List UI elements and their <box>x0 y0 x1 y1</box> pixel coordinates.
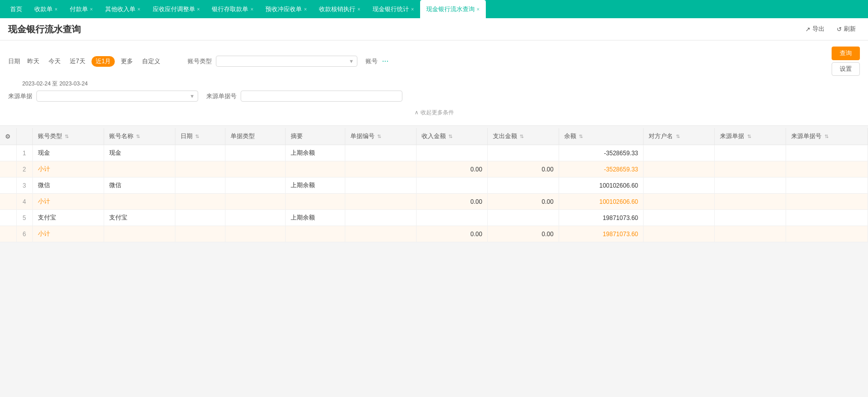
col-doc-type: 单据类型 <box>225 128 285 145</box>
col-settings[interactable]: ⚙ <box>0 128 16 145</box>
cell-date <box>175 194 225 210</box>
cell-summary <box>285 226 345 242</box>
nav-tab-1[interactable]: 付款单× <box>64 0 99 18</box>
nav-tab-4[interactable]: 银行存取款单× <box>206 0 259 18</box>
nav-tab-2[interactable]: 其他收入单× <box>99 0 147 18</box>
cell-date <box>175 145 225 161</box>
close-icon[interactable]: × <box>55 7 58 12</box>
close-icon[interactable]: × <box>138 7 141 12</box>
cell-source-doc-num <box>786 194 868 210</box>
date-custom[interactable]: 自定义 <box>139 56 163 67</box>
close-icon[interactable]: × <box>90 7 93 12</box>
cell-expense: 0.00 <box>487 161 559 178</box>
table-row: 6小计0.000.0019871073.60 <box>0 226 868 242</box>
cell-account-type: 微信 <box>32 178 104 194</box>
close-icon[interactable]: × <box>477 7 480 12</box>
col-expense[interactable]: 支出金额 ⇅ <box>487 128 559 145</box>
table-row: 4小计0.000.00100102606.60 <box>0 194 868 210</box>
source-doc-num-input[interactable] <box>241 91 402 102</box>
col-account-name[interactable]: 账号名称 ⇅ <box>104 128 175 145</box>
col-source-doc[interactable]: 来源单据 ⇅ <box>715 128 786 145</box>
date-near7[interactable]: 近7天 <box>67 56 88 67</box>
col-doc-num[interactable]: 单据编号 ⇅ <box>345 128 416 145</box>
collapse-bar[interactable]: ∧ 收起更多条件 <box>8 106 860 119</box>
cell-balance: -3528659.33 <box>559 161 643 178</box>
header-actions: ↗ 导出 ↺ 刷新 <box>801 23 860 35</box>
cell-source-doc <box>715 210 786 226</box>
date-more[interactable]: 更多 <box>118 56 136 67</box>
settings-button[interactable]: 设置 <box>832 62 860 76</box>
cell-balance: 100102606.60 <box>559 178 643 194</box>
cell-counterpart <box>644 145 715 161</box>
gear-icon[interactable] <box>0 161 16 178</box>
nav-tab-0[interactable]: 收款单× <box>28 0 64 18</box>
nav-tab-6[interactable]: 收款核销执行× <box>313 0 367 18</box>
close-icon[interactable]: × <box>250 7 253 12</box>
close-icon[interactable]: × <box>197 7 200 12</box>
col-counterpart[interactable]: 对方户名 ⇅ <box>644 128 715 145</box>
cell-expense <box>487 178 559 194</box>
cell-expense <box>487 210 559 226</box>
nav-tab-8[interactable]: 现金银行流水查询× <box>420 0 486 18</box>
gear-icon[interactable] <box>0 210 16 226</box>
row-num: 1 <box>16 145 32 161</box>
cell-income: 0.00 <box>416 226 487 242</box>
cell-source-doc <box>715 145 786 161</box>
cell-balance: 100102606.60 <box>559 194 643 210</box>
gear-icon[interactable] <box>0 226 16 242</box>
chevron-down-icon: ▾ <box>350 58 353 65</box>
cell-balance: 19871073.60 <box>559 226 643 242</box>
cell-income <box>416 178 487 194</box>
query-button[interactable]: 查询 <box>832 47 860 60</box>
nav-tab-5[interactable]: 预收冲应收单× <box>259 0 313 18</box>
cell-summary: 上期余额 <box>285 178 345 194</box>
cell-doc-type <box>225 194 285 210</box>
close-icon[interactable]: × <box>357 7 360 12</box>
gear-icon[interactable] <box>0 145 16 161</box>
cell-source-doc <box>715 226 786 242</box>
cell-source-doc-num <box>786 226 868 242</box>
gear-icon[interactable] <box>0 178 16 194</box>
cell-counterpart <box>644 226 715 242</box>
export-icon: ↗ <box>805 26 810 33</box>
cell-date <box>175 210 225 226</box>
col-balance[interactable]: 余额 ⇅ <box>559 128 643 145</box>
cell-source-doc <box>715 194 786 210</box>
date-range-display: 2023-02-24 至 2023-03-24 <box>22 80 88 86</box>
date-today[interactable]: 今天 <box>45 56 64 67</box>
col-account-type[interactable]: 账号类型 ⇅ <box>32 128 104 145</box>
table-header-row: ⚙ 账号类型 ⇅ 账号名称 ⇅ 日期 ⇅ 单据类型 摘要 单据编号 ⇅ 收入金额… <box>0 128 868 145</box>
close-icon[interactable]: × <box>411 7 414 12</box>
cell-source-doc-num <box>786 161 868 178</box>
cell-income: 0.00 <box>416 161 487 178</box>
close-icon[interactable]: × <box>304 7 307 12</box>
refresh-button[interactable]: ↺ 刷新 <box>833 23 860 35</box>
cell-date <box>175 226 225 242</box>
cell-account-type: 小计 <box>32 226 104 242</box>
table-row: 5支付宝支付宝上期余额19871073.60 <box>0 210 868 226</box>
cell-date <box>175 178 225 194</box>
table-row: 2小计0.000.00-3528659.33 <box>0 161 868 178</box>
page-header: 现金银行流水查询 ↗ 导出 ↺ 刷新 <box>0 18 868 40</box>
gear-icon[interactable] <box>0 194 16 210</box>
date-filter-group: 日期 昨天 今天 近7天 近1月 更多 自定义 <box>8 56 163 67</box>
nav-tab-7[interactable]: 现金银行统计× <box>367 0 420 18</box>
cell-source-doc-num <box>786 178 868 194</box>
cell-account-name <box>104 161 175 178</box>
table-container: ⚙ 账号类型 ⇅ 账号名称 ⇅ 日期 ⇅ 单据类型 摘要 单据编号 ⇅ 收入金额… <box>0 128 868 242</box>
account-type-select[interactable]: ▾ <box>216 56 357 67</box>
cell-expense <box>487 145 559 161</box>
account-dots[interactable]: ··· <box>382 57 388 66</box>
date-near1m[interactable]: 近1月 <box>92 56 115 67</box>
cell-account-name <box>104 194 175 210</box>
source-doc-select[interactable]: ▾ <box>36 91 198 102</box>
col-income[interactable]: 收入金额 ⇅ <box>416 128 487 145</box>
col-date[interactable]: 日期 ⇅ <box>175 128 225 145</box>
cell-balance: 19871073.60 <box>559 210 643 226</box>
cell-summary <box>285 161 345 178</box>
export-button[interactable]: ↗ 导出 <box>801 23 829 35</box>
nav-home[interactable]: 首页 <box>4 5 28 14</box>
nav-tab-3[interactable]: 应收应付调整单× <box>147 0 206 18</box>
date-yesterday[interactable]: 昨天 <box>24 56 42 67</box>
col-source-doc-num[interactable]: 来源单据号 ⇅ <box>786 128 868 145</box>
